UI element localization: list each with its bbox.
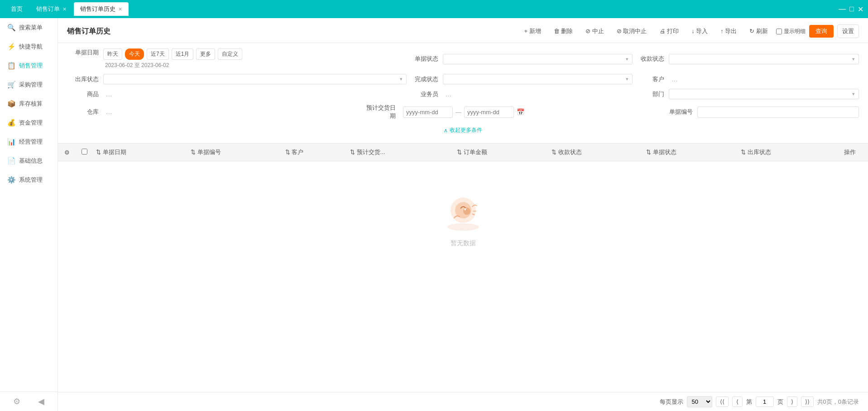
out-status-label: 出库状态 — [67, 75, 103, 83]
product-label: 商品 — [67, 90, 103, 98]
filter-area: 单据日期 昨天 今天 近7天 近1月 更多 自定义 2023-06-02 至 2… — [58, 43, 868, 144]
svg-point-5 — [465, 209, 466, 210]
complete-status-section: 完成状态 ▾ — [407, 74, 633, 84]
settings-button[interactable]: 设置 — [837, 24, 859, 38]
th-ops-label: 操作 — [844, 149, 856, 155]
table-header-row: ⚙ ⇅ 单据日期 ⇅ 单据编号 ⇅ 客户 — [58, 144, 868, 161]
close-window-button[interactable]: ✕ — [858, 5, 863, 14]
sidebar-icon-base-info: 📄 — [7, 157, 15, 165]
window-controls: — □ ✕ — [839, 5, 863, 14]
bill-no-label: 单据编号 — [661, 108, 697, 116]
date-filter-section: 单据日期 昨天 今天 近7天 近1月 更多 自定义 2023-06-02 至 2… — [67, 48, 407, 69]
bill-no-input[interactable] — [697, 106, 859, 118]
sidebar-icon-quick-nav: ⚡ — [7, 43, 15, 51]
sidebar-item-inventory[interactable]: 📦 库存核算 — [0, 94, 58, 113]
minimize-button[interactable]: — — [839, 5, 846, 13]
th-checkbox — [76, 144, 92, 161]
delivery-date-section: 预计交货日期 — 📅 — [364, 104, 661, 120]
delivery-date-label: 预计交货日期 — [364, 104, 400, 120]
product-dots[interactable]: ... — [103, 90, 115, 98]
export-button[interactable]: ↑ 导出 — [716, 25, 741, 38]
warehouse-dots[interactable]: ... — [103, 108, 115, 116]
payment-status-label: 收款状态 — [633, 55, 669, 63]
first-page-button[interactable]: ⟨⟨ — [716, 396, 729, 407]
sidebar-label-sales-mgmt: 销售管理 — [19, 62, 43, 70]
maximize-button[interactable]: □ — [849, 5, 854, 13]
customer-dots[interactable]: ... — [669, 75, 680, 83]
tab-1[interactable]: 销售订单✕ — [30, 2, 73, 16]
refresh-button[interactable]: ↻ 刷新 — [745, 25, 772, 38]
per-page-select[interactable]: 50 10 20 100 — [687, 396, 712, 407]
salesperson-dots[interactable]: ... — [443, 90, 454, 98]
delivery-date-from-input[interactable] — [403, 106, 453, 118]
page-title: 销售订单历史 — [67, 27, 110, 36]
collapse-row: ∧ 收起更多条件 — [67, 125, 859, 138]
warehouse-label: 仓库 — [67, 108, 103, 116]
complete-status-select[interactable]: ▾ — [443, 74, 633, 84]
sidebar-item-operation[interactable]: 📊 经营管理 — [0, 132, 58, 151]
dept-select[interactable]: ▾ — [669, 89, 859, 99]
date-range-display: 2023-06-02 至 2023-06-02 — [105, 62, 242, 69]
page-header: 销售订单历史 + 新增 🗑 删除 ⊘ 中止 ⊘ 取消中止 🖨 打印 ↓ 导入 ↑… — [58, 18, 868, 43]
sidebar-collapse-button[interactable]: ◀ — [38, 396, 44, 406]
empty-illustration — [441, 189, 486, 234]
show-detail-label: 显示明细 — [784, 28, 806, 35]
sidebar-item-search-menu[interactable]: 🔍 搜索菜单 — [0, 18, 58, 37]
sidebar-item-sys-mgmt[interactable]: ⚙️ 系统管理 — [0, 170, 58, 189]
dept-section: 部门 ▾ — [633, 89, 859, 99]
sidebar-label-operation: 经营管理 — [19, 138, 43, 146]
delivery-date-to-input[interactable] — [464, 106, 514, 118]
print-button[interactable]: 🖨 打印 — [655, 25, 684, 38]
total-records-text: 共0页，0条记录 — [817, 398, 859, 406]
date-label: 单据日期 — [67, 48, 103, 57]
sidebar-label-sys-mgmt: 系统管理 — [19, 176, 43, 184]
page-number-input[interactable] — [756, 396, 774, 407]
show-detail-input[interactable] — [776, 29, 782, 34]
sidebar-bottom: ⚙ ◀ — [0, 392, 58, 411]
stop-button[interactable]: ⊘ 中止 — [581, 25, 609, 38]
sidebar-item-finance[interactable]: 💰 资金管理 — [0, 113, 58, 132]
date-last1m-btn[interactable]: 近1月 — [172, 48, 194, 60]
next-page-button[interactable]: ⟩ — [787, 396, 797, 407]
sidebar-settings-button[interactable]: ⚙ — [13, 396, 20, 406]
show-detail-checkbox: 显示明细 — [776, 28, 806, 35]
tab-0[interactable]: 首页 — [5, 2, 29, 16]
sidebar-item-purchase-mgmt[interactable]: 🛒 采购管理 — [0, 75, 58, 94]
calendar-icon-from[interactable]: 📅 — [517, 108, 524, 116]
delete-button[interactable]: 🗑 删除 — [549, 25, 578, 38]
th-settings: ⚙ — [58, 144, 76, 161]
bill-status-select[interactable]: ▾ — [443, 54, 633, 64]
tab-close-2[interactable]: ✕ — [118, 6, 122, 12]
settings-icon[interactable]: ⚙ — [64, 149, 70, 156]
new-button[interactable]: + 新增 — [519, 25, 545, 38]
sidebar-item-quick-nav[interactable]: ⚡ 快捷导航 — [0, 37, 58, 56]
date-yesterday-btn[interactable]: 昨天 — [103, 48, 122, 60]
th-operations: 操作 — [832, 144, 868, 161]
prev-page-button[interactable]: ⟨ — [732, 396, 743, 407]
payment-status-select[interactable]: ▾ — [669, 54, 859, 64]
sidebar-icon-purchase-mgmt: 🛒 — [7, 81, 15, 89]
import-button[interactable]: ↓ 导入 — [687, 25, 712, 38]
tab-close-1[interactable]: ✕ — [62, 6, 67, 12]
tab-2[interactable]: 销售订单历史✕ — [74, 2, 129, 16]
th-delivery-label: ⇅ 预计交货... — [350, 149, 385, 155]
sidebar-label-finance: 资金管理 — [19, 119, 43, 127]
select-all-checkbox[interactable] — [82, 149, 87, 155]
date-last7-btn[interactable]: 近7天 — [147, 48, 169, 60]
sidebar-icon-sys-mgmt: ⚙️ — [7, 176, 15, 184]
payment-status-section: 收款状态 ▾ — [633, 54, 859, 64]
out-status-select[interactable]: ▾ — [103, 74, 407, 84]
toolbar: + 新增 🗑 删除 ⊘ 中止 ⊘ 取消中止 🖨 打印 ↓ 导入 ↑ 导出 ↻ 刷… — [519, 24, 859, 38]
last-page-button[interactable]: ⟩⟩ — [801, 396, 814, 407]
salesperson-label: 业务员 — [407, 90, 443, 98]
cancel-stop-button[interactable]: ⊘ 取消中止 — [612, 25, 652, 38]
table-head: ⚙ ⇅ 单据日期 ⇅ 单据编号 ⇅ 客户 — [58, 144, 868, 161]
collapse-button[interactable]: ∧ 收起更多条件 — [444, 126, 482, 134]
date-custom-btn[interactable]: 自定义 — [218, 48, 242, 60]
sidebar-label-inventory: 库存核算 — [19, 100, 43, 108]
query-button[interactable]: 查询 — [809, 25, 834, 38]
sidebar-item-base-info[interactable]: 📄 基础信息 — [0, 151, 58, 170]
date-today-btn[interactable]: 今天 — [125, 48, 144, 60]
date-more-btn[interactable]: 更多 — [196, 48, 215, 60]
sidebar-item-sales-mgmt[interactable]: 📋 销售管理 — [0, 56, 58, 75]
